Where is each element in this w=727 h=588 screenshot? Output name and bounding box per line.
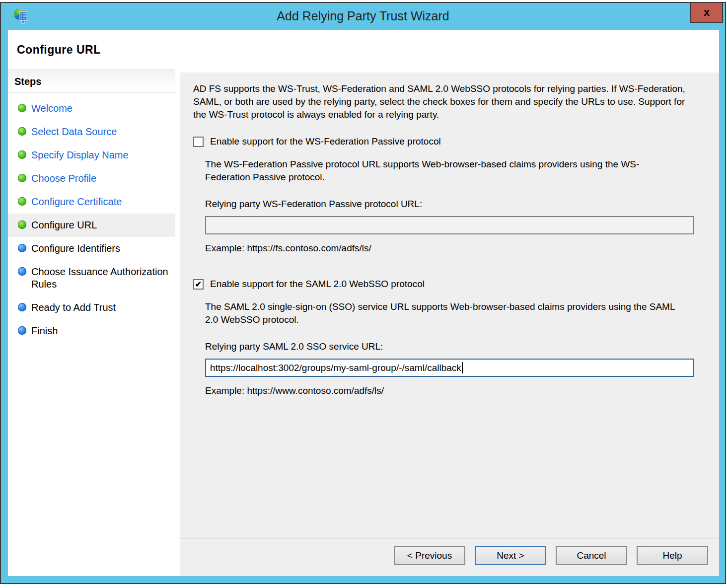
wsfed-description: The WS-Federation Passive protocol URL s… <box>205 158 684 184</box>
saml-sso-url-value: https://localhost:3002/groups/my-saml-gr… <box>210 363 461 373</box>
step-bullet-icon <box>18 197 26 206</box>
sidebar-step: Choose Issuance Authorization Rules <box>8 260 175 296</box>
step-label: Finish <box>31 325 58 337</box>
intro-text: AD FS supports the WS-Trust, WS-Federati… <box>193 82 688 121</box>
saml-checkbox[interactable]: ✔ <box>193 279 204 290</box>
sidebar-step[interactable]: Specify Display Name <box>8 144 175 167</box>
step-bullet-icon <box>18 104 26 112</box>
step-bullet-icon <box>18 303 26 311</box>
wsfed-url-input <box>205 216 694 234</box>
cancel-button[interactable]: Cancel <box>556 546 627 565</box>
wsfed-url-label: Relying party WS-Federation Passive prot… <box>205 199 694 210</box>
step-bullet-icon <box>18 220 26 229</box>
text-caret <box>462 362 463 373</box>
close-button[interactable]: x <box>690 3 723 23</box>
wsfed-checkbox-label[interactable]: Enable support for the WS-Federation Pas… <box>210 136 441 147</box>
button-bar: < Previous Next > Cancel Help <box>180 538 719 576</box>
saml-sso-url-input[interactable]: https://localhost:3002/groups/my-saml-gr… <box>205 359 694 377</box>
step-bullet-icon <box>18 244 26 252</box>
step-label: Choose Profile <box>31 172 96 185</box>
sidebar-step[interactable]: Welcome <box>8 97 175 120</box>
saml-example-text: Example: https://www.contoso.com/adfs/ls… <box>205 385 694 396</box>
step-bullet-icon <box>18 267 26 276</box>
sidebar-step: Configure Identifiers <box>8 237 175 260</box>
saml-description: The SAML 2.0 single-sign-on (SSO) servic… <box>205 300 684 326</box>
dialog-header: Configure URL <box>8 30 719 70</box>
step-label: Configure Certificate <box>31 196 122 208</box>
window-title: Add Relying Party Trust Wizard <box>1 3 725 29</box>
step-bullet-icon <box>18 150 26 159</box>
step-bullet-icon <box>18 174 26 182</box>
sidebar-step: Finish <box>8 319 175 343</box>
wizard-dialog: Configure URL Steps WelcomeSelect Data S… <box>8 30 719 576</box>
saml-section: ✔ Enable support for the SAML 2.0 WebSSO… <box>193 279 694 396</box>
saml-url-label: Relying party SAML 2.0 SSO service URL: <box>205 341 694 352</box>
step-label: Select Data Source <box>31 126 117 138</box>
steps-list: WelcomeSelect Data SourceSpecify Display… <box>8 93 175 343</box>
wsfed-example-text: Example: https://fs.contoso.com/adfs/ls/ <box>205 243 694 254</box>
saml-checkbox-label[interactable]: Enable support for the SAML 2.0 WebSSO p… <box>210 279 425 290</box>
steps-sidebar: Steps WelcomeSelect Data SourceSpecify D… <box>8 70 175 576</box>
wsfed-checkbox[interactable] <box>193 137 204 147</box>
step-label: Configure Identifiers <box>31 242 120 255</box>
wizard-window: Add Relying Party Trust Wizard x Configu… <box>0 2 726 584</box>
titlebar: Add Relying Party Trust Wizard x <box>1 3 725 29</box>
sidebar-step[interactable]: Choose Profile <box>8 167 175 190</box>
steps-heading: Steps <box>8 70 175 93</box>
sidebar-content-gap <box>175 70 180 576</box>
step-label: Choose Issuance Authorization Rules <box>31 266 171 291</box>
step-label: Configure URL <box>31 219 97 231</box>
wsfed-section: Enable support for the WS-Federation Pas… <box>193 136 694 254</box>
page-title: Configure URL <box>17 43 101 57</box>
previous-button[interactable]: < Previous <box>394 546 465 565</box>
help-button[interactable]: Help <box>637 546 708 565</box>
next-button[interactable]: Next > <box>475 546 546 565</box>
sidebar-step[interactable]: Select Data Source <box>8 120 175 144</box>
step-bullet-icon <box>18 127 26 136</box>
step-label: Ready to Add Trust <box>31 301 116 314</box>
sidebar-step: Configure URL <box>8 214 175 237</box>
step-bullet-icon <box>18 326 26 335</box>
content-panel: AD FS supports the WS-Trust, WS-Federati… <box>180 73 719 576</box>
step-label: Welcome <box>31 102 73 115</box>
sidebar-step: Ready to Add Trust <box>8 296 175 319</box>
step-label: Specify Display Name <box>31 149 129 161</box>
sidebar-step[interactable]: Configure Certificate <box>8 190 175 214</box>
